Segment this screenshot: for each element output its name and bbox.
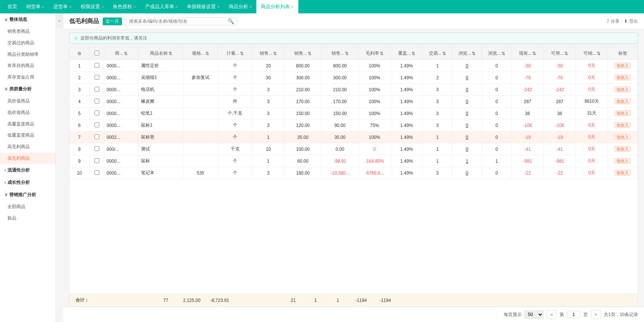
page-input[interactable]	[567, 311, 580, 318]
col-unit[interactable]: 计量... ⇅	[218, 47, 252, 60]
col-code[interactable]: 商... ⇅	[104, 47, 139, 60]
row-name[interactable]: 铅笔1	[139, 108, 183, 119]
row-views1[interactable]: 0	[452, 72, 482, 84]
nav-home[interactable]: 首页	[3, 0, 22, 13]
sidebar-item-new-goods[interactable]: 新品	[0, 213, 55, 224]
row-checkbox[interactable]	[89, 84, 104, 96]
row-select-checkbox[interactable]	[94, 134, 99, 139]
row-views1[interactable]: 0	[452, 131, 482, 143]
col-sales-amount[interactable]: 销售... ⇅	[321, 47, 359, 60]
nav-finished-goods[interactable]: 产成品入库单×	[141, 0, 182, 13]
row-name[interactable]: 电话机	[139, 84, 183, 96]
nav-product-analysis-list-close[interactable]: ×	[291, 4, 294, 9]
next-page-button[interactable]: ＞	[591, 310, 601, 319]
sidebar-group-cluster[interactable]: ∨ 类群量分析	[0, 83, 55, 95]
share-button[interactable]: ⤴ 分享	[607, 18, 619, 25]
export-button[interactable]: ⬆ 导出	[624, 18, 638, 25]
nav-permissions-close[interactable]: ×	[102, 4, 104, 9]
col-name[interactable]: 商品名称 ⇅	[139, 47, 183, 60]
sidebar-item-traded-goods[interactable]: 交易过的商品	[0, 37, 55, 49]
row-name[interactable]: 属性定价	[139, 60, 183, 72]
row-name[interactable]: 鼠标1	[139, 119, 183, 131]
col-views1[interactable]: 浏览... ⇅	[452, 47, 482, 60]
nav-template-close[interactable]: ×	[217, 4, 220, 9]
col-current-stock[interactable]: 现有... ⇅	[512, 47, 544, 60]
row-name[interactable]: 吴细细1	[139, 72, 183, 84]
row-name[interactable]: 鼠标	[139, 155, 183, 167]
sidebar-item-high-coverage[interactable]: 高覆盖度商品	[0, 118, 55, 130]
col-settings[interactable]: ⚙	[70, 47, 89, 60]
row-select-checkbox[interactable]	[94, 99, 99, 103]
sidebar-collapse-button[interactable]: «	[56, 13, 63, 28]
col-coverage[interactable]: 覆盖... ⇅	[391, 47, 423, 60]
sidebar-group-overall[interactable]: ∨ 整体信息	[0, 13, 55, 26]
col-available[interactable]: 可用... ⇅	[544, 47, 576, 60]
row-checkbox[interactable]	[89, 155, 104, 167]
sidebar-item-sales-goods[interactable]: 销售类商品	[0, 26, 55, 37]
row-select-checkbox[interactable]	[94, 122, 99, 127]
row-name[interactable]: 笔记本	[139, 167, 183, 179]
row-checkbox[interactable]	[89, 96, 104, 108]
row-select-checkbox[interactable]	[94, 111, 99, 115]
row-select-checkbox[interactable]	[94, 146, 99, 151]
select-all-checkbox[interactable]	[94, 51, 99, 55]
sidebar-item-low-margin[interactable]: 低毛利商品	[0, 153, 55, 164]
row-checkbox[interactable]	[89, 72, 104, 84]
row-views1[interactable]: 0	[452, 108, 482, 119]
row-name[interactable]: 测试	[139, 143, 183, 155]
row-select-checkbox[interactable]	[94, 158, 99, 163]
nav-finished-goods-close[interactable]: ×	[176, 4, 178, 9]
sidebar-item-all-goods[interactable]: 全部商品	[0, 201, 55, 213]
row-checkbox[interactable]	[89, 119, 104, 131]
sidebar-item-in-stock[interactable]: 有库存的商品	[0, 60, 55, 71]
col-sellable[interactable]: 可销... ⇅	[576, 47, 608, 60]
row-views1[interactable]: 0	[452, 167, 482, 179]
row-checkbox[interactable]	[89, 131, 104, 143]
col-transactions[interactable]: 交易... ⇅	[423, 47, 452, 60]
nav-product-analysis-list[interactable]: 商品分析列表×	[256, 0, 298, 13]
row-name[interactable]: 鼠标垫	[139, 131, 183, 143]
row-select-checkbox[interactable]	[94, 63, 99, 68]
row-views1[interactable]: 1	[452, 155, 482, 167]
row-select-checkbox[interactable]	[94, 170, 99, 175]
row-checkbox[interactable]	[89, 143, 104, 155]
search-box[interactable]: 🔍	[126, 17, 237, 25]
search-input[interactable]	[129, 19, 228, 24]
data-table-wrapper[interactable]: ⚙ 商... ⇅ 商品名称 ⇅ 规格... ⇅	[69, 47, 638, 294]
nav-purchase[interactable]: 进货单×	[49, 0, 76, 13]
row-views1[interactable]: 0	[452, 60, 482, 72]
sidebar-group-growth[interactable]: › 成长性分析	[0, 176, 55, 189]
sidebar-item-high-value[interactable]: 高价值商品	[0, 95, 55, 107]
col-spec[interactable]: 规格... ⇅	[183, 47, 218, 60]
col-views2[interactable]: 浏览... ⇅	[482, 47, 512, 60]
row-name[interactable]: 橡皮擦	[139, 96, 183, 108]
col-checkbox[interactable]	[89, 47, 104, 60]
nav-roles-close[interactable]: ×	[134, 4, 136, 9]
sidebar-group-marketing[interactable]: ∨ 营销推广分析	[0, 189, 55, 201]
nav-sales[interactable]: 销货单×	[22, 0, 49, 13]
col-gross-rate[interactable]: 毛利率 ⇅	[358, 47, 390, 60]
prev-page-button[interactable]: ＜	[547, 310, 557, 319]
col-tag[interactable]: 标签	[608, 47, 638, 60]
col-sales-price[interactable]: 销售... ⇅	[284, 47, 321, 60]
sidebar-group-circulation[interactable]: › 流通性分析	[0, 164, 55, 176]
row-checkbox[interactable]	[89, 167, 104, 179]
sidebar-item-category-rate[interactable]: 商品分类助销率	[0, 49, 55, 60]
row-checkbox[interactable]	[89, 60, 104, 72]
sidebar-item-low-coverage[interactable]: 低覆盖度商品	[0, 130, 55, 141]
nav-product-analysis-close[interactable]: ×	[250, 4, 252, 9]
nav-purchase-close[interactable]: ×	[69, 4, 71, 9]
col-sales-qty[interactable]: 销售... ⇅	[252, 47, 284, 60]
row-views1[interactable]: 0	[452, 143, 482, 155]
row-select-checkbox[interactable]	[94, 87, 99, 92]
nav-permissions[interactable]: 权限设置×	[76, 0, 108, 13]
nav-roles[interactable]: 角色授权×	[108, 0, 140, 13]
sidebar-item-low-value[interactable]: 低价值商品	[0, 107, 55, 118]
row-views1[interactable]: 0	[452, 119, 482, 131]
sidebar-item-capital[interactable]: 库存资金占用	[0, 71, 55, 83]
row-views1[interactable]: 0	[452, 96, 482, 108]
nav-product-analysis[interactable]: 商品分析×	[224, 0, 256, 13]
row-select-checkbox[interactable]	[94, 75, 99, 80]
row-views1[interactable]: 0	[452, 84, 482, 96]
nav-sales-close[interactable]: ×	[42, 4, 44, 9]
